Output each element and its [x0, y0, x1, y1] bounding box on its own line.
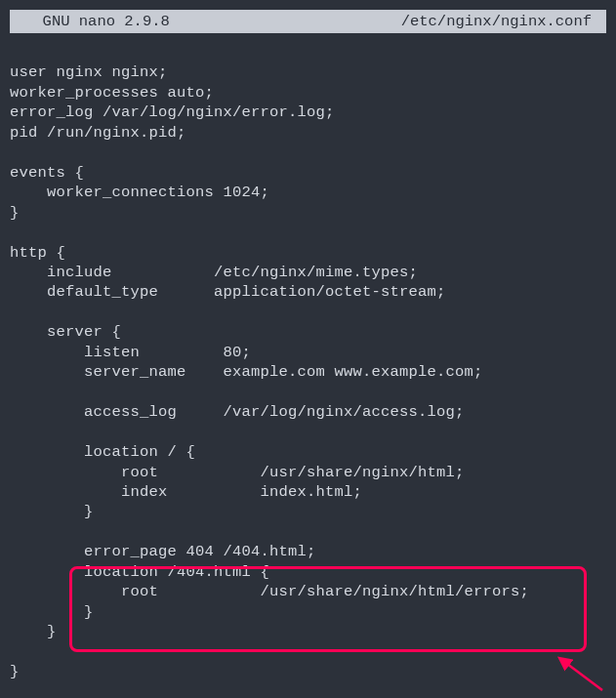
editor-titlebar: GNU nano 2.9.8 /etc/nginx/nginx.conf [10, 10, 606, 33]
editor-content[interactable]: user nginx nginx; worker_processes auto;… [0, 33, 616, 692]
editor-name-version: GNU nano 2.9.8 [24, 13, 170, 30]
editor-file-path: /etc/nginx/nginx.conf [401, 13, 592, 30]
